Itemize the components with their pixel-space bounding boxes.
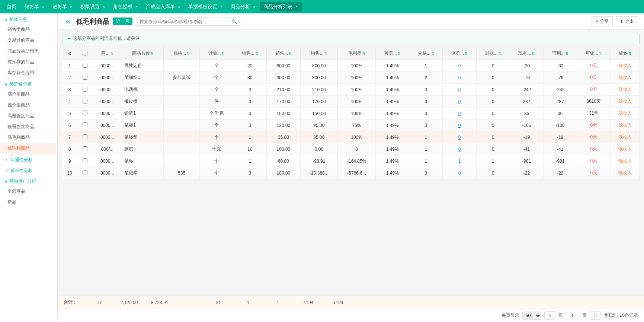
nav-sales[interactable]: 销货单 × (21, 2, 48, 12)
nav-template[interactable]: 单据模板设置 × (185, 2, 226, 12)
row-select-checkbox[interactable] (83, 87, 87, 92)
row-browse-a[interactable]: 0 (443, 108, 476, 119)
sidebar-group-circulation[interactable]: ＞ 流通性分析 (0, 154, 57, 165)
select-all-checkbox[interactable] (83, 51, 87, 55)
row-saleable: 0天 (577, 167, 611, 179)
row-checkbox[interactable] (77, 72, 93, 84)
sidebar-item-new-products[interactable]: 新品 (0, 197, 57, 208)
time-badge[interactable]: 近一月 (113, 17, 132, 25)
col-saleable[interactable]: 可销...⇅ (577, 47, 611, 60)
collapse-sidebar-button[interactable]: ≪ (64, 17, 72, 26)
close-icon[interactable]: × (220, 4, 222, 9)
nav-product-entry[interactable]: 产成品入库单 × (142, 2, 184, 12)
row-select-checkbox[interactable] (83, 63, 87, 68)
row-unit: 个 (199, 84, 233, 96)
nav-roles[interactable]: 角色授权 × (109, 2, 141, 12)
row-select-checkbox[interactable] (83, 134, 87, 139)
close-icon[interactable]: × (42, 4, 44, 9)
col-checkbox (77, 47, 93, 60)
row-checkbox[interactable] (77, 131, 93, 143)
row-checkbox[interactable] (77, 119, 93, 131)
row-select-checkbox[interactable] (83, 111, 87, 115)
sidebar-item-in-stock[interactable]: 有库存的商品 (0, 57, 57, 67)
row-select-checkbox[interactable] (83, 75, 87, 80)
sidebar-group-growth[interactable]: ＞ 成长性分析 (0, 165, 57, 175)
row-browse-a[interactable]: 0 (443, 167, 476, 179)
nav-home[interactable]: 首页 (3, 2, 20, 12)
search-icon[interactable]: 🔍 (231, 19, 237, 24)
sidebar-item-category-rate[interactable]: 商品分类助销率 (0, 46, 57, 57)
col-spec[interactable]: 规格...⇅ (164, 47, 199, 60)
close-icon[interactable]: × (253, 4, 255, 9)
row-select-checkbox[interactable] (83, 158, 87, 163)
col-tx-count[interactable]: 交易...⇅ (409, 47, 443, 60)
settings-icon[interactable]: ⚙ (68, 51, 72, 56)
row-coverage: 1.49% (376, 60, 409, 72)
col-browse-a[interactable]: 浏览...⇅ (443, 47, 476, 60)
sidebar-item-traded-products[interactable]: 交易过的商品 (0, 35, 57, 46)
row-select-checkbox[interactable] (83, 99, 87, 103)
prev-page-button[interactable]: ＜ (544, 311, 555, 320)
footer-browse-b: 1 (263, 300, 293, 305)
row-browse-a[interactable]: 1 (443, 155, 476, 167)
row-browse-a[interactable]: 0 (443, 143, 476, 155)
col-sales-profit[interactable]: 销售...⇅ (300, 47, 338, 60)
sidebar-group-overall[interactable]: ∨ 整体信息 (0, 13, 57, 24)
export-button[interactable]: ⬇ 导出 (616, 16, 638, 26)
sidebar-item-high-coverage[interactable]: 高覆盖度商品 (0, 111, 57, 121)
col-available[interactable]: 可用...⇅ (544, 47, 577, 60)
col-current[interactable]: 现有...⇅ (510, 47, 543, 60)
close-icon[interactable]: × (295, 4, 298, 9)
close-icon[interactable]: × (135, 4, 138, 9)
close-icon[interactable]: × (178, 4, 180, 9)
sidebar-item-high-margin[interactable]: 高毛利商品 (0, 132, 57, 143)
row-select-checkbox[interactable] (83, 146, 87, 151)
row-checkbox[interactable] (77, 155, 93, 167)
share-button[interactable]: ⎘ 分享 (592, 16, 613, 26)
row-checkbox[interactable] (77, 167, 93, 179)
sidebar-item-high-value[interactable]: 高价值商品 (0, 89, 57, 100)
nav-product-analysis-list[interactable]: 商品分析列表 × (260, 2, 301, 12)
sidebar-item-stock-capital[interactable]: 库存资金占用 (0, 67, 57, 78)
row-browse-a[interactable]: 0 (443, 96, 476, 108)
row-browse-a[interactable]: 0 (443, 72, 476, 84)
sidebar-item-low-value[interactable]: 低价值商品 (0, 100, 57, 111)
nav-product-analysis[interactable]: 商品分析 × (227, 2, 259, 12)
row-browse-a[interactable]: 0 (443, 60, 476, 72)
col-gross-rate[interactable]: 毛利率⇅ (338, 47, 376, 60)
col-code[interactable]: 商...⇅ (93, 47, 122, 60)
search-input[interactable] (140, 19, 230, 24)
row-checkbox[interactable] (77, 96, 93, 108)
row-select-checkbox[interactable] (83, 170, 87, 175)
close-icon[interactable]: × (103, 4, 105, 9)
row-browse-a[interactable]: 0 (443, 84, 476, 96)
row-saleable: 0天 (577, 143, 611, 155)
row-browse-a[interactable]: 0 (443, 119, 476, 131)
col-settings[interactable]: ⚙ (62, 47, 77, 60)
col-tag[interactable]: 标签⇅ (611, 47, 640, 60)
col-coverage[interactable]: 覆盖...⇅ (376, 47, 409, 60)
row-checkbox[interactable] (77, 60, 93, 72)
col-name[interactable]: 商品名称⇅ (122, 47, 164, 60)
sidebar-group-marketing[interactable]: ∨ 营销推广分析 (0, 175, 57, 186)
sidebar-item-low-coverage[interactable]: 低覆盖度商品 (0, 121, 57, 132)
col-sales-qty[interactable]: 销售...⇅ (233, 47, 267, 60)
sidebar-item-sales-products[interactable]: 销售类商品 (0, 24, 57, 35)
next-page-button[interactable]: ＞ (590, 311, 601, 320)
close-icon[interactable]: × (70, 4, 72, 9)
nav-permissions[interactable]: 权限设置 × (77, 2, 109, 12)
row-browse-a[interactable]: 0 (443, 131, 476, 143)
col-unit[interactable]: 计量...⇅ (199, 47, 233, 60)
col-sales-amt[interactable]: 销售...⇅ (267, 47, 300, 60)
row-select-checkbox[interactable] (83, 122, 87, 127)
per-page-select[interactable]: 50 100 200 (522, 312, 541, 320)
sidebar-item-all-products[interactable]: 全部商品 (0, 186, 57, 197)
page-number-input[interactable] (566, 312, 579, 319)
sidebar-group-cluster[interactable]: ∨ 类群量分析 (0, 78, 57, 89)
col-browse-b[interactable]: 浏览...⇅ (476, 47, 510, 60)
sidebar-item-low-margin[interactable]: 低毛利商品 (0, 143, 57, 154)
nav-purchase[interactable]: 进货单 × (49, 2, 76, 12)
row-checkbox[interactable] (77, 143, 93, 155)
row-checkbox[interactable] (77, 84, 93, 96)
row-checkbox[interactable] (77, 108, 93, 119)
